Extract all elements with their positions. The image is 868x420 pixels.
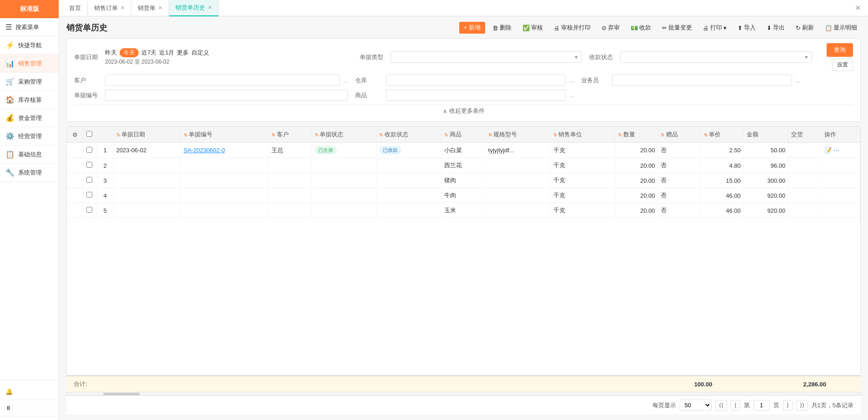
date-tag-yesterday[interactable]: 昨天 (105, 49, 117, 57)
cell-checkbox[interactable] (83, 158, 97, 173)
date-tag-7days[interactable]: 近7天 (141, 49, 156, 57)
delete-button[interactable]: 🗑 删除 (489, 22, 515, 34)
doc-type-select[interactable]: ▾ (391, 51, 582, 63)
last-page-button[interactable]: ⟩⟩ (796, 400, 808, 410)
filter-product: 商品 ... (355, 90, 574, 101)
cell-row-no: 2 (97, 158, 113, 173)
horizontal-scrollbar[interactable] (66, 392, 861, 395)
sidebar-item-capital-mgmt[interactable]: 💰 资金管理 (0, 109, 59, 127)
refresh-button[interactable]: ↻ 刷新 (792, 22, 818, 34)
tab-sales-order-close[interactable]: ✕ (120, 5, 125, 11)
date-tag-1month[interactable]: 近1月 (159, 49, 174, 57)
col-gift[interactable]: ⇅ 赠品 (658, 127, 701, 143)
tab-sales-delivery-close[interactable]: ✕ (158, 5, 162, 11)
tab-home[interactable]: 首页 (63, 0, 88, 16)
warehouse-input[interactable] (386, 75, 566, 86)
tabs-close-all[interactable]: ✕ (851, 4, 864, 12)
page-content: 销货单历史 + 新增 🗑 删除 ✅ 审核 🖨 审核并打印 ⊘ (59, 16, 868, 420)
setting-button[interactable]: 设置 (832, 59, 853, 71)
action-edit[interactable]: 📝 (824, 147, 832, 154)
col-payment-status[interactable]: ⇅ 收款状态 (376, 127, 442, 143)
col-unit[interactable]: ⇅ 销售单位 (550, 127, 615, 143)
sidebar-item-label-purchase-mgmt: 采购管理 (18, 78, 42, 86)
sidebar-item-quick-nav[interactable]: ⚡ 快捷导航 (0, 36, 59, 55)
sidebar-item-ops-mgmt[interactable]: ⚙️ 经营管理 (0, 127, 59, 145)
collapse-button[interactable]: ∧ 收起更多条件 (74, 105, 853, 117)
batch-change-button[interactable]: ✏ 批量变更 (658, 22, 696, 34)
collect-button[interactable]: 💵 收款 (627, 22, 655, 34)
cell-checkbox[interactable] (83, 203, 97, 218)
col-customer[interactable]: ⇅ 客户 (269, 127, 311, 143)
date-value: 2023-06-02 至 2023-06-02 (105, 58, 209, 66)
product-input[interactable] (386, 90, 566, 101)
first-page-button[interactable]: ⟨⟨ (715, 400, 727, 410)
tab-sales-history[interactable]: 销货单历史 ✕ (169, 0, 219, 16)
col-doc-date[interactable]: ⇅ 单据日期 (113, 127, 181, 143)
row-checkbox[interactable] (86, 207, 92, 213)
date-tag-more[interactable]: 更多 (177, 49, 189, 57)
audit-print-button[interactable]: 🖨 审核并打印 (550, 22, 594, 34)
col-spec[interactable]: ⇅ 规格型号 (485, 127, 550, 143)
col-doc-status[interactable]: ⇅ 单据状态 (311, 127, 376, 143)
row-checkbox[interactable] (86, 162, 92, 168)
row-checkbox[interactable] (86, 147, 92, 153)
sidebar-item-purchase-mgmt[interactable]: 🛒 采购管理 (0, 73, 59, 91)
sidebar-notification[interactable]: 🔔 (0, 384, 59, 400)
sidebar-pause[interactable]: ⏸ (0, 400, 59, 416)
new-button[interactable]: + 新增 (459, 22, 485, 34)
cell-checkbox[interactable] (83, 173, 97, 188)
sidebar-item-inventory[interactable]: 🏠 库存核算 (0, 91, 59, 109)
sort-icon7: ⇅ (488, 132, 492, 137)
export-button[interactable]: ⬇ 导出 (763, 22, 788, 34)
cell-checkbox[interactable] (83, 188, 97, 203)
action-more[interactable]: ⋯ (833, 147, 839, 154)
prev-page-button[interactable]: ⟨ (731, 400, 740, 410)
cell-spec: tyjyjtyjdf... (485, 143, 550, 158)
customer-input[interactable] (105, 75, 340, 86)
sidebar-item-sales-mgmt[interactable]: 📊 销售管理 (0, 55, 59, 73)
product-more[interactable]: ... (569, 92, 574, 99)
col-checkbox[interactable] (83, 127, 97, 143)
tab-sales-delivery[interactable]: 销货单 ✕ (131, 0, 169, 16)
refresh-icon: ↻ (796, 25, 801, 31)
col-unit-price[interactable]: ⇅ 单价 (701, 127, 743, 143)
summary-row: 合计: 100.00 2,286.00 (66, 375, 861, 392)
row-checkbox[interactable] (86, 192, 92, 198)
abandon-button[interactable]: ⊘ 弃审 (598, 22, 623, 34)
page-label2: 页 (773, 401, 779, 410)
doc-no-input[interactable] (105, 90, 348, 101)
abandon-icon: ⊘ (602, 25, 607, 31)
row-checkbox[interactable] (86, 177, 92, 183)
sidebar-item-sys-mgmt[interactable]: 🔧 系统管理 (0, 164, 59, 182)
date-tag-custom[interactable]: 自定义 (191, 49, 209, 57)
cell-unit: 千克 (550, 173, 615, 188)
select-all-checkbox[interactable] (86, 131, 92, 137)
staff-more[interactable]: ... (796, 77, 800, 84)
sidebar-item-basic-info[interactable]: 📋 基础信息 (0, 145, 59, 164)
next-page-button[interactable]: ⟩ (783, 400, 793, 410)
date-tag-today[interactable]: 今天 (120, 48, 139, 57)
cell-row-no: 1 (97, 143, 113, 158)
tab-sales-history-close[interactable]: ✕ (208, 5, 212, 10)
doc-no-link[interactable]: SA-20230602-0 (184, 147, 225, 154)
import-button[interactable]: ⬆ 导入 (734, 22, 759, 34)
col-doc-no[interactable]: ⇅ 单据编号 (181, 127, 269, 143)
cell-actions: 📝 ⋯ (821, 143, 860, 158)
col-product[interactable]: ⇅ 商品 (442, 127, 486, 143)
print-button[interactable]: 🖨 打印 ▾ (699, 22, 730, 34)
page-number-input[interactable] (753, 400, 770, 410)
customer-more[interactable]: ... (343, 77, 348, 84)
payment-status-select[interactable]: ▾ (620, 51, 812, 63)
staff-input[interactable] (612, 75, 792, 86)
per-page-select[interactable]: 50 100 200 (680, 400, 712, 411)
warehouse-more[interactable]: ... (569, 77, 574, 84)
tab-sales-order[interactable]: 销售订单 ✕ (88, 0, 131, 16)
query-button[interactable]: 查询 (827, 43, 853, 57)
col-quantity[interactable]: ⇅ 数量 (615, 127, 658, 143)
show-details-button[interactable]: 📋 显示明细 (821, 22, 861, 34)
col-settings[interactable]: ⚙ (67, 127, 83, 143)
audit-button[interactable]: ✅ 审核 (519, 22, 547, 34)
sidebar-item-search-menu[interactable]: ☰ 搜索菜单 (0, 18, 59, 36)
sort-icon2: ⇅ (184, 132, 187, 137)
cell-checkbox[interactable] (83, 143, 97, 158)
